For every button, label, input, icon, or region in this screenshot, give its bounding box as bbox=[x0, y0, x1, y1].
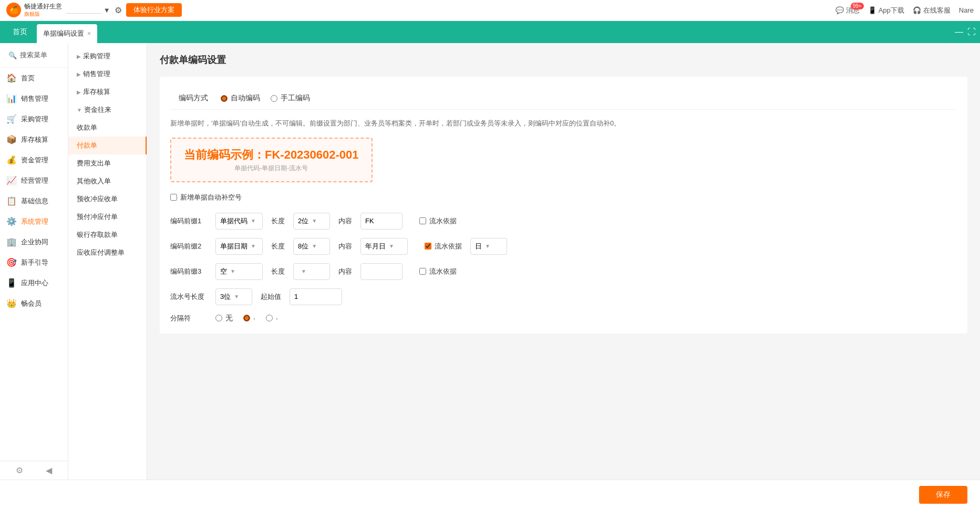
auto-encode-input[interactable] bbox=[221, 95, 228, 102]
content-1-label: 内容 bbox=[338, 216, 352, 226]
tab-bar: 首页 单据编码设置 × — ⛶ bbox=[0, 21, 980, 43]
sub-group-inventory-label: 库存核算 bbox=[83, 87, 110, 97]
finance-icon: 💰 bbox=[6, 155, 17, 165]
prefix-3-value: 空 bbox=[220, 267, 227, 276]
sub-item-expense[interactable]: 费用支出单 bbox=[68, 154, 147, 172]
user-name[interactable]: Nare bbox=[959, 6, 974, 14]
tab-active[interactable]: 单据编码设置 × bbox=[37, 24, 97, 43]
sidebar-label-basic: 基础信息 bbox=[21, 196, 48, 206]
day-select-dropdown[interactable]: 日 ▼ bbox=[470, 238, 507, 255]
serial-2-checkbox[interactable] bbox=[425, 243, 431, 250]
sidebar-item-basic[interactable]: 📋 基础信息 bbox=[0, 191, 68, 211]
sidebar-item-apps[interactable]: 📱 应用中心 bbox=[0, 273, 68, 293]
serial-length-label: 流水号长度 bbox=[170, 292, 207, 302]
sub-item-other-income[interactable]: 其他收入单 bbox=[68, 172, 147, 190]
sidebar-item-sales[interactable]: 📊 销售管理 bbox=[0, 88, 68, 109]
auto-encode-radio[interactable]: 自动编码 bbox=[221, 94, 260, 103]
sep-dot-input[interactable] bbox=[243, 315, 250, 321]
sidebar-item-inventory[interactable]: 📦 库存核算 bbox=[0, 129, 68, 150]
prefix-3-select[interactable]: 空 ▼ bbox=[215, 263, 263, 280]
sub-item-receipt[interactable]: 收款单 bbox=[68, 119, 147, 137]
sub-group-capital[interactable]: ▼ 资金往来 bbox=[68, 101, 147, 119]
manual-encode-input[interactable] bbox=[271, 95, 277, 102]
sidebar-item-company[interactable]: 🏢 企业协同 bbox=[0, 232, 68, 252]
sep-dash-radio[interactable]: · bbox=[266, 314, 278, 323]
prefix-2-label: 编码前缀2 bbox=[170, 242, 207, 251]
sub-item-payment[interactable]: 付款单 bbox=[68, 137, 147, 154]
sep-dot-radio[interactable]: · bbox=[243, 314, 255, 323]
sidebar-label-company: 企业协同 bbox=[21, 237, 48, 247]
tab-home[interactable]: 首页 bbox=[4, 21, 36, 43]
header-right: 💬 消息 99+ 📱 App下载 🎧 在线客服 Nare bbox=[835, 6, 974, 15]
prefix-1-select[interactable]: 单据代码 ▼ bbox=[215, 213, 263, 230]
length-2-select[interactable]: 8位 ▼ bbox=[293, 238, 330, 255]
length-2-label: 长度 bbox=[271, 242, 285, 251]
home-icon: 🏠 bbox=[6, 73, 17, 83]
basic-icon: 📋 bbox=[6, 196, 17, 206]
maximize-icon[interactable]: ⛶ bbox=[967, 27, 976, 37]
logo-area: 🍊 畅捷通好生意 旗舰版 bbox=[6, 3, 62, 17]
sub-item-adjust-label: 应收应付调整单 bbox=[77, 248, 125, 257]
sub-item-bank[interactable]: 银行存取款单 bbox=[68, 226, 147, 244]
online-service-button[interactable]: 🎧 在线客服 bbox=[913, 6, 951, 15]
main-layout: 🔍 搜索菜单 🏠 首页 📊 销售管理 🛒 采购管理 📦 库存核算 💰 bbox=[0, 43, 980, 480]
header-dropdown[interactable]: __________ ▼ bbox=[66, 6, 110, 14]
serial-length-row: 流水号长度 3位 ▼ 起始值 1 bbox=[170, 288, 957, 305]
sub-group-purchase[interactable]: ▶ 采购管理 bbox=[68, 47, 147, 65]
sidebar-item-vip[interactable]: 👑 畅会员 bbox=[0, 293, 68, 314]
day-value: 日 bbox=[475, 242, 482, 251]
tab-active-label: 单据编码设置 bbox=[43, 29, 84, 38]
serial-1-checkbox[interactable] bbox=[419, 217, 426, 224]
preview-box: 当前编码示例：FK-20230602-001 单据代码-单据日期-流水号 bbox=[170, 138, 373, 182]
logo-sub: 旗舰版 bbox=[24, 11, 62, 18]
sep-none-input[interactable] bbox=[215, 315, 222, 321]
sub-item-adjust[interactable]: 应收应付调整单 bbox=[68, 244, 147, 262]
manual-encode-radio[interactable]: 手工编码 bbox=[271, 94, 310, 103]
sidebar-label-inventory: 库存核算 bbox=[21, 135, 48, 144]
app-download-button[interactable]: 📱 App下载 bbox=[868, 6, 904, 15]
settings-bottom-icon[interactable]: ⚙ bbox=[16, 465, 23, 475]
content-1-value: FK bbox=[365, 217, 374, 225]
collapse-icon[interactable]: ◀ bbox=[46, 465, 52, 475]
prefix-2-select[interactable]: 单据日期 ▼ bbox=[215, 238, 263, 255]
ops-icon: 📈 bbox=[6, 175, 17, 185]
system-icon: ⚙️ bbox=[6, 216, 17, 226]
sidebar-item-ops[interactable]: 📈 经营管理 bbox=[0, 170, 68, 191]
length-3-select[interactable]: ▼ bbox=[293, 263, 330, 280]
sidebar-item-finance[interactable]: 💰 资金管理 bbox=[0, 150, 68, 170]
settings-icon[interactable]: ⚙ bbox=[115, 5, 122, 15]
sep-none-radio[interactable]: 无 bbox=[215, 314, 233, 323]
message-icon: 💬 bbox=[835, 6, 844, 14]
length-1-label: 长度 bbox=[271, 216, 285, 226]
sidebar-item-guide[interactable]: 🎯 新手引导 bbox=[0, 252, 68, 273]
sub-item-pre-pay-label: 预付冲应付单 bbox=[77, 212, 118, 222]
content-2-select[interactable]: 年月日 ▼ bbox=[360, 238, 408, 255]
sep-none-label: 无 bbox=[225, 314, 233, 323]
chevron-down-3-icon: ▼ bbox=[230, 268, 235, 274]
autofill-checkbox[interactable] bbox=[170, 194, 177, 201]
sub-item-pre-receive[interactable]: 预收冲应收单 bbox=[68, 190, 147, 208]
message-button[interactable]: 💬 消息 99+ bbox=[835, 6, 860, 15]
serial-2-label: 流水依据 bbox=[435, 242, 462, 251]
serial-3-checkbox[interactable] bbox=[419, 268, 426, 275]
sep-dash-input[interactable] bbox=[266, 315, 273, 321]
trial-button[interactable]: 体验行业方案 bbox=[126, 3, 182, 17]
sidebar-item-home[interactable]: 🏠 首页 bbox=[0, 68, 68, 88]
sidebar-label-sales: 销售管理 bbox=[21, 94, 48, 103]
sub-group-sales[interactable]: ▶ 销售管理 bbox=[68, 65, 147, 83]
start-value-input[interactable]: 1 bbox=[290, 288, 342, 305]
sidebar-item-system[interactable]: ⚙️ 系统管理 bbox=[0, 211, 68, 232]
sub-group-inventory[interactable]: ▶ 库存核算 bbox=[68, 83, 147, 101]
content-1-input: FK bbox=[360, 213, 403, 230]
sidebar-label-ops: 经营管理 bbox=[21, 176, 48, 185]
sub-item-pre-pay[interactable]: 预付冲应付单 bbox=[68, 208, 147, 226]
minimize-icon[interactable]: — bbox=[955, 27, 963, 37]
search-menu-button[interactable]: 🔍 搜索菜单 bbox=[4, 48, 64, 62]
serial-length-select[interactable]: 3位 ▼ bbox=[215, 288, 252, 305]
prefix-row-3: 编码前缀3 空 ▼ 长度 ▼ 内容 bbox=[170, 263, 957, 280]
length-1-select[interactable]: 2位 ▼ bbox=[293, 213, 330, 230]
content-3-input bbox=[360, 263, 403, 280]
sidebar-item-purchase[interactable]: 🛒 采购管理 bbox=[0, 109, 68, 129]
tab-close-icon[interactable]: × bbox=[87, 30, 91, 37]
save-button[interactable]: 保存 bbox=[919, 486, 967, 504]
